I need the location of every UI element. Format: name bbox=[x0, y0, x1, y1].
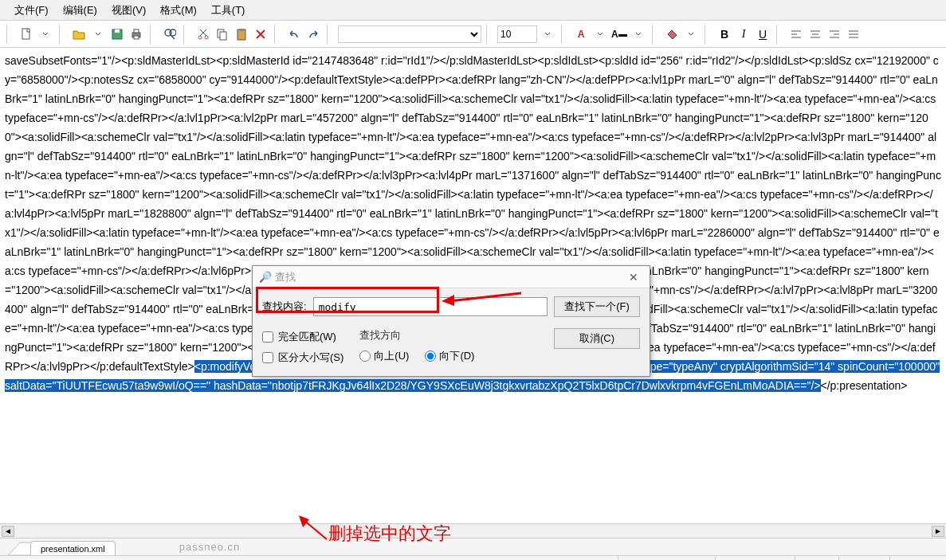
direction-label: 查找方向 bbox=[359, 328, 554, 343]
status-line: 行: 26 bbox=[838, 556, 889, 560]
highlight-dropdown-icon[interactable] bbox=[630, 25, 647, 43]
font-size-select[interactable] bbox=[497, 25, 537, 43]
direction-up-radio[interactable]: 向上(U) bbox=[359, 349, 409, 363]
find-input[interactable] bbox=[313, 297, 548, 316]
size-dropdown-icon[interactable] bbox=[539, 25, 556, 43]
find-dialog: 🔎 查找 ✕ 查找内容: 查找下一个(F) 完全匹配(W) 区分大小写(S) 查… bbox=[252, 265, 650, 377]
whole-word-checkbox[interactable]: 完全匹配(W) bbox=[262, 330, 343, 344]
bg-dropdown-icon[interactable] bbox=[682, 25, 700, 43]
align-center-icon[interactable] bbox=[807, 25, 824, 43]
menu-tools[interactable]: 工具(T) bbox=[211, 3, 245, 18]
dialog-title: 查找 bbox=[275, 271, 296, 283]
close-icon[interactable]: ✕ bbox=[624, 271, 643, 284]
toolbar: A A B I U bbox=[0, 21, 946, 48]
dialog-titlebar[interactable]: 🔎 查找 ✕ bbox=[253, 266, 650, 288]
match-case-checkbox[interactable]: 区分大小写(S) bbox=[262, 350, 343, 365]
status-mode: 可写 bbox=[795, 556, 838, 560]
bg-color-icon[interactable] bbox=[663, 25, 681, 43]
underline-icon[interactable]: U bbox=[754, 25, 771, 43]
status-language: 中文(简体, 中国) bbox=[618, 556, 716, 560]
save-icon[interactable] bbox=[108, 25, 126, 43]
open-file-icon[interactable] bbox=[70, 25, 88, 43]
menu-view[interactable]: 视图(V) bbox=[112, 3, 146, 18]
annotation-text: 删掉选中的文字 bbox=[328, 522, 451, 546]
find-next-button[interactable]: 查找下一个(F) bbox=[554, 296, 640, 317]
scroll-right-icon[interactable]: ► bbox=[932, 526, 944, 537]
highlight-color-icon[interactable]: A bbox=[610, 25, 628, 43]
editor-area[interactable]: saveSubsetFonts="1"/><p:sldMasterIdLst><… bbox=[0, 48, 946, 523]
font-select[interactable] bbox=[338, 25, 481, 43]
delete-icon[interactable] bbox=[252, 25, 269, 43]
italic-icon[interactable]: I bbox=[735, 25, 752, 43]
svg-point-9 bbox=[198, 36, 202, 39]
direction-down-radio[interactable]: 向下(D) bbox=[425, 349, 474, 363]
document-tabs: presentation.xml passneo.cn bbox=[0, 538, 946, 555]
new-file-icon[interactable] bbox=[18, 25, 35, 43]
svg-point-10 bbox=[205, 36, 208, 39]
scroll-left-icon[interactable]: ◄ bbox=[2, 526, 14, 537]
svg-marker-34 bbox=[299, 515, 309, 527]
print-icon[interactable] bbox=[128, 25, 145, 43]
paste-icon[interactable] bbox=[233, 25, 250, 43]
svg-rect-16 bbox=[239, 29, 244, 31]
status-col: 列: 120 bbox=[889, 556, 946, 560]
new-dropdown-icon[interactable] bbox=[37, 25, 54, 43]
font-color-icon[interactable]: A bbox=[572, 25, 590, 43]
menu-format[interactable]: 格式(M) bbox=[160, 3, 197, 18]
watermark-text: passneo.cn bbox=[179, 541, 241, 553]
menu-edit[interactable]: 编辑(E) bbox=[63, 3, 97, 18]
horizontal-scrollbar[interactable]: ◄ ► bbox=[0, 523, 946, 538]
undo-icon[interactable] bbox=[285, 25, 303, 43]
svg-rect-14 bbox=[220, 32, 226, 40]
align-justify-icon[interactable] bbox=[845, 25, 862, 43]
find-icon[interactable] bbox=[161, 25, 179, 43]
svg-point-8 bbox=[170, 29, 176, 36]
align-right-icon[interactable] bbox=[826, 25, 843, 43]
open-dropdown-icon[interactable] bbox=[89, 25, 107, 43]
svg-rect-0 bbox=[22, 29, 29, 39]
redo-icon[interactable] bbox=[304, 25, 322, 43]
menu-file[interactable]: 文件(F) bbox=[14, 3, 49, 18]
bold-icon[interactable]: B bbox=[716, 25, 733, 43]
menu-bar: 文件(F) 编辑(E) 视图(V) 格式(M) 工具(T) bbox=[0, 0, 946, 21]
cancel-button[interactable]: 取消(C) bbox=[554, 328, 640, 349]
find-label: 查找内容: bbox=[262, 300, 307, 314]
tab-presentation-xml[interactable]: presentation.xml bbox=[30, 541, 116, 555]
align-left-icon[interactable] bbox=[787, 25, 805, 43]
cut-icon[interactable] bbox=[194, 25, 212, 43]
svg-rect-5 bbox=[134, 36, 139, 39]
magnifier-icon: 🔎 bbox=[259, 271, 272, 283]
copy-icon[interactable] bbox=[214, 25, 231, 43]
svg-rect-4 bbox=[134, 29, 139, 33]
font-color-dropdown-icon[interactable] bbox=[591, 25, 609, 43]
status-bar: 中文(简体, 中国) 可写 行: 26 列: 120 bbox=[0, 555, 946, 560]
svg-rect-2 bbox=[115, 29, 120, 33]
